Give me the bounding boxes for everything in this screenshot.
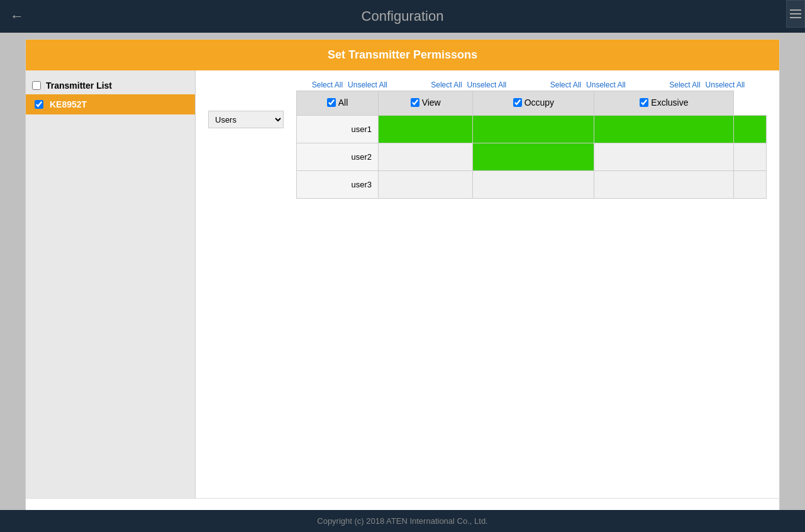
occupy-select-all[interactable]: Select All [550, 80, 581, 89]
transmitter-list-label: Transmitter List [46, 80, 112, 91]
users-dropdown[interactable]: Users Groups [208, 111, 284, 128]
view-col-checkbox[interactable] [411, 98, 419, 107]
perm-cell-user2-all[interactable] [379, 143, 473, 171]
user-name-cell: user1 [297, 116, 379, 143]
occupy-col-header: Occupy [513, 97, 554, 108]
select-unselect-row: Select All Unselect All Select All Unsel… [290, 80, 767, 89]
menu-bar-1 [790, 9, 801, 11]
copyright-bar: Copyright (c) 2018 ATEN International Co… [0, 510, 805, 532]
perm-cell-user3-view[interactable] [473, 171, 594, 199]
exclusive-select-all[interactable]: Select All [669, 80, 700, 89]
table-row: user2 [297, 143, 767, 171]
permissions-table: All View [296, 91, 767, 199]
all-unselect-all[interactable]: Unselect All [348, 80, 387, 89]
permissions-tbody: user1user2user3 [297, 116, 767, 199]
select-all-transmitters-checkbox[interactable] [32, 81, 41, 90]
exclusive-col-checkbox[interactable] [640, 98, 648, 107]
dialog-header: Set Transmitter Permissons [26, 40, 779, 70]
transmitter-item-checkbox[interactable] [35, 100, 43, 109]
table-wrapper: Select All Unselect All Select All Unsel… [208, 80, 767, 498]
view-col-links: Select All Unselect All [409, 80, 529, 89]
view-select-all[interactable]: Select All [431, 80, 462, 89]
permissions-area: Select All Unselect All Select All Unsel… [196, 70, 779, 498]
all-col-checkbox[interactable] [327, 98, 336, 107]
exclusive-unselect-all[interactable]: Unselect All [706, 80, 745, 89]
occupy-unselect-all[interactable]: Unselect All [586, 80, 626, 89]
view-unselect-all[interactable]: Unselect All [467, 80, 507, 89]
user-name-cell: user2 [297, 143, 379, 171]
content-area: Transmitter List KE8952T Select All Unse… [26, 70, 779, 498]
perm-cell-user3-exclusive[interactable] [734, 171, 767, 199]
transmitter-list-header: Transmitter List [26, 77, 195, 94]
perm-cell-user1-all[interactable] [379, 116, 473, 143]
view-col-header: View [411, 97, 441, 108]
user-name-cell: user3 [297, 171, 379, 199]
main-container: Set Transmitter Permissons Transmitter L… [25, 39, 780, 532]
menu-bar-2 [790, 13, 801, 14]
back-button[interactable]: ← [10, 8, 24, 25]
all-select-all[interactable]: Select All [312, 80, 343, 89]
all-col-links: Select All Unselect All [290, 80, 409, 89]
menu-icon[interactable] [786, 0, 805, 28]
perm-cell-user2-view[interactable] [473, 143, 594, 171]
occupy-col-checkbox[interactable] [513, 98, 522, 107]
perm-cell-user2-exclusive[interactable] [734, 143, 767, 171]
perm-cell-user1-occupy[interactable] [594, 116, 734, 143]
top-bar: ← Configuration [0, 0, 805, 33]
perm-cell-user3-occupy[interactable] [594, 171, 734, 199]
exclusive-col-links: Select All Unselect All [648, 80, 767, 89]
exclusive-col-header: Exclusive [640, 97, 688, 108]
occupy-col-links: Select All Unselect All [528, 80, 648, 89]
table-row: user3 [297, 171, 767, 199]
transmitter-list-item[interactable]: KE8952T [26, 94, 195, 114]
menu-bar-3 [790, 17, 801, 18]
perm-cell-user2-occupy[interactable] [594, 143, 734, 171]
table-row: user1 [297, 116, 767, 143]
all-col-header: All [327, 97, 348, 108]
page-title: Configuration [362, 8, 444, 25]
sidebar: Transmitter List KE8952T [26, 70, 196, 498]
perm-cell-user1-view[interactable] [473, 116, 594, 143]
perm-cell-user1-exclusive[interactable] [734, 116, 767, 143]
transmitter-item-label: KE8952T [50, 99, 87, 109]
perm-cell-user3-all[interactable] [379, 171, 473, 199]
